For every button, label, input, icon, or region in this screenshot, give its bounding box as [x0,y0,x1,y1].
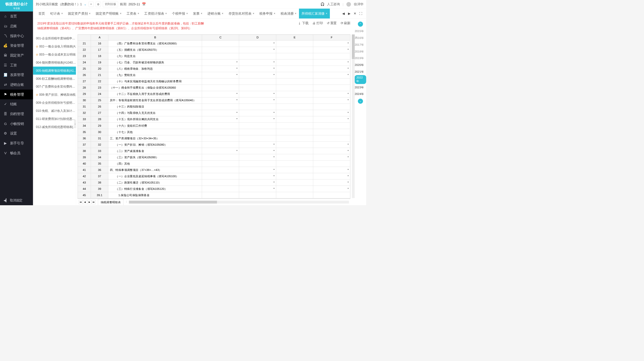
row-header[interactable]: 27 [78,78,91,85]
cell[interactable]: 四、特殊事项调整项目（37+38+…+43） [108,167,202,173]
row-header[interactable]: 29 [78,91,91,97]
row-header[interactable]: 28 [78,85,91,91]
row-header[interactable]: 45 [78,192,91,198]
row-header[interactable]: 32 [78,110,91,116]
row-header[interactable]: 41 [78,167,91,173]
nav-item-10[interactable]: 🗄归档管理 [0,109,33,119]
horizontal-scrollbar[interactable] [129,201,349,203]
cell[interactable]: * [239,59,276,66]
cell[interactable] [202,186,239,192]
cell[interactable] [276,186,313,192]
print-button[interactable]: 🖨打印 [312,21,323,25]
tree-item-1[interactable]: ⊘002-一般企业收入明细表(A1… [33,42,76,50]
cell[interactable]: （十七）其他 [108,129,202,135]
cell[interactable] [202,192,239,198]
cell[interactable] [202,129,239,135]
close-icon[interactable]: × [138,12,139,15]
row-header[interactable]: 39 [78,154,91,160]
cell[interactable] [202,135,239,141]
nav-item-8[interactable]: ⚑税务管理 [0,90,33,99]
cell[interactable] [313,53,350,59]
column-header[interactable]: C [202,35,239,40]
cell[interactable]: （六）利息支出 [108,53,202,59]
cell[interactable]: 38 [91,179,108,186]
avatar[interactable] [346,2,351,7]
cell[interactable] [239,192,276,198]
cell[interactable]: 31 [91,135,108,141]
cell[interactable]: * [202,116,239,122]
year-scroll-down-button[interactable]: ⌄ [358,99,363,104]
cell[interactable] [276,116,313,122]
cell[interactable]: 39 [91,186,108,192]
cell[interactable]: * [313,186,350,192]
column-header[interactable]: F [313,35,350,40]
cell[interactable]: 26 [91,104,108,110]
nav-item-9[interactable]: ✓结账 [0,99,33,109]
vertical-scrollbar[interactable] [352,34,355,198]
sheet-nav-next[interactable]: ▶ [87,200,91,204]
cell[interactable] [313,104,350,110]
cell[interactable]: * [313,116,350,122]
cell[interactable]: * [313,66,350,72]
cell[interactable]: * [313,59,350,66]
tree-item-9[interactable]: 010-免税、减计收入及加计… [33,107,76,115]
cell[interactable]: * [202,97,239,104]
nav-item-14[interactable]: V畅会员 [0,148,33,158]
tab-2[interactable]: 固定资产类别× [65,9,93,19]
close-icon[interactable]: × [61,12,63,15]
row-header[interactable]: 22 [78,47,91,53]
calendar-icon[interactable]: 📅 [142,2,146,6]
cell[interactable]: * [313,167,350,173]
tree-item-8[interactable]: 009-企业所得税弥补亏损明… [33,99,76,107]
cell[interactable] [276,129,313,135]
cell[interactable] [239,104,276,110]
close-icon[interactable]: × [253,12,254,15]
close-icon[interactable]: × [326,12,327,15]
sheet-tab[interactable]: 纳税调整明细表 [98,199,123,205]
tab-9[interactable]: 存货别名对照表× [226,9,257,19]
year-item[interactable]: 2022年 [355,75,366,84]
cell[interactable] [202,179,239,186]
username[interactable]: 徐泽华 [354,2,363,6]
cell[interactable] [313,85,350,91]
close-icon[interactable]: × [201,12,202,15]
tree-item-3[interactable]: 004-期间费用明细表(A1040… [33,59,76,67]
cell[interactable]: 17 [91,47,108,53]
cell[interactable] [276,72,313,78]
nav-item-7[interactable]: ⇄进销台账 [0,80,33,90]
unpin-sidebar[interactable]: ◀▎ 取消固定 [0,196,33,205]
cell[interactable]: （十一）佣金和手续费支出（保险企业填写A105060 [108,85,202,91]
cell[interactable]: 35 [91,160,108,167]
cell[interactable]: 29 [91,122,108,129]
cell[interactable]: 19 [91,59,108,66]
cell[interactable]: （三）资产损失（填写A105090） [108,154,202,160]
cell[interactable]: （二）资产减值准备金 [108,148,202,154]
tab-0[interactable]: 首页 [36,9,48,19]
period-value[interactable]: 2023-11 [128,2,140,6]
cell[interactable]: （一）企业重组及递延纳税事项（填写A105100） [108,173,202,179]
tree-item-0[interactable]: 001-企业所得税年度纳税申… [33,34,76,42]
cell[interactable]: * [239,167,276,173]
row-header[interactable]: 36 [78,135,91,141]
cell[interactable]: * [239,179,276,186]
cell[interactable]: （四）广告费和业务宣传费支出（填写A105060） [108,40,202,47]
cell[interactable] [239,135,276,141]
cell[interactable]: 37 [91,173,108,179]
cell[interactable]: * [202,66,239,72]
year-item[interactable]: 2024年 [355,91,366,97]
row-header[interactable]: 21 [78,40,91,47]
cell[interactable]: 30 [91,129,108,135]
cell[interactable]: * [239,173,276,179]
cell[interactable] [276,59,313,66]
cell[interactable] [239,85,276,91]
cell[interactable]: * [313,40,350,47]
cell[interactable] [202,154,239,160]
tab-8[interactable]: 进销台账× [205,9,226,19]
close-icon[interactable]: × [274,12,275,15]
cell[interactable] [276,110,313,116]
cell[interactable] [239,53,276,59]
close-icon[interactable]: × [295,12,296,15]
cell[interactable] [313,78,350,85]
tree-item-10[interactable]: 011-研发费用加计扣除优惠… [33,115,76,123]
cell[interactable]: 36 [91,167,108,173]
